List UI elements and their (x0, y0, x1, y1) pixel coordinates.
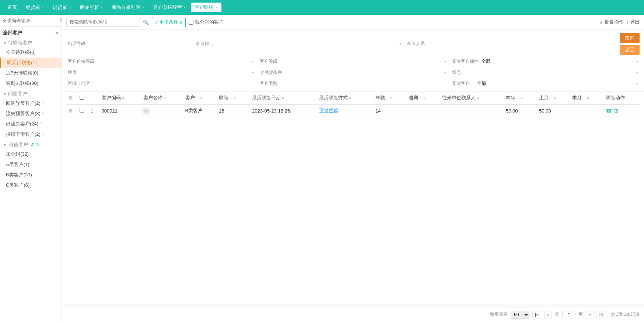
th-last-contact-date: 最后联络日期 ⇅ (250, 92, 316, 104)
nav-product-analysis-list[interactable]: 商品分析列表 × (108, 3, 148, 12)
row-code: 000021 (99, 104, 141, 117)
customers-table: ⚙ 客户编码 ⇅ (66, 92, 640, 117)
sort-icon-name: ⇅ (163, 96, 166, 100)
region-dots-icon[interactable]: ··· (250, 81, 254, 86)
row-checkbox[interactable] (80, 108, 84, 113)
sidebar-item-today-pending[interactable]: 今天待联络(0) (0, 47, 62, 58)
sort-icon-type: ⇅ (199, 96, 202, 100)
th-unit-contact: 往来单位联系人 ⇅ (440, 92, 504, 104)
sidebar-item-ungrouped[interactable]: 未分组(32) (0, 149, 62, 159)
th-check (77, 92, 88, 104)
action-icons: ☎ ⊞ (606, 108, 637, 114)
nav-sales-order[interactable]: 销货单 × (22, 3, 48, 12)
nav-close-purchase-order[interactable]: × (69, 5, 71, 10)
next-page-btn[interactable]: > (586, 311, 594, 318)
sidebar-item-7days-pending[interactable]: 近7天待联络(0) (0, 68, 62, 78)
value-group-refresh-icon[interactable]: ↺ (30, 142, 34, 147)
gear-settings-icon[interactable]: ⚙ (69, 95, 73, 101)
sort-icon-last-method: ⇅ (349, 96, 351, 100)
filter-icon: ▽ (154, 20, 158, 25)
sidebar-item-churned[interactable]: 已流失客户(24) ? (0, 119, 62, 129)
action-phone-icon[interactable]: ☎ (606, 108, 612, 114)
sidebar-search-input[interactable] (3, 18, 58, 23)
retail-customer-dropdown-icon[interactable]: ▾ (636, 82, 638, 86)
last-contact-method-link[interactable]: 下销货单 (319, 108, 338, 113)
nav-close-product-analysis[interactable]: × (101, 5, 103, 10)
row-unit-contact (440, 104, 504, 117)
th-action: 联络动作 (603, 92, 640, 104)
adv-field-manager: 分管人员 ··· (406, 39, 614, 48)
top-navigation: 首页 销货单 × 进货单 × 商品分析 × 商品分析列表 × 客户分层经营 × … (0, 0, 644, 15)
all-customers-header: 全部客户 « (0, 27, 62, 38)
sidebar-item-overdue-no-contact[interactable]: 逾期未联络(30) (0, 78, 62, 89)
more-conditions-btn[interactable]: ▽ 更多条件 ∧ (152, 17, 186, 27)
sidebar-item-class-c[interactable]: C类客户(6) (0, 180, 62, 190)
sidebar-item-declining[interactable]: 持续下滑客户(2) ? (0, 129, 62, 139)
price-level-dropdown-icon[interactable]: ▾ (252, 59, 254, 63)
adv-field-phone: 电话号码 (66, 39, 192, 48)
adv-field-status: 状态 ▾ (451, 68, 640, 77)
retail-attr-dropdown-icon[interactable]: ▾ (636, 59, 638, 63)
settings-button[interactable]: 设置 (620, 45, 640, 55)
adv-field-customer-level: 客户等级 ▾ (258, 57, 447, 66)
prev-page-btn[interactable]: < (544, 311, 552, 318)
page-size-select[interactable]: 50 100 (511, 311, 529, 319)
pagination-bar: 每页显示 50 100 |< < 第 页 > >| 共1页 1条记录 (62, 308, 644, 321)
sidebar-item-class-b[interactable]: B类客户(33) (0, 170, 62, 180)
last-page-btn[interactable]: >| (596, 311, 605, 318)
row-no-contact: 14 (373, 104, 406, 117)
query-button[interactable]: 查询 (620, 33, 640, 43)
pending-group-label: 待联络客户 (0, 38, 62, 47)
nav-customer-layering[interactable]: 客户分层经营 × (150, 3, 189, 12)
phone-input[interactable] (93, 41, 190, 46)
manager-dots-icon[interactable]: ··· (609, 41, 612, 46)
nav-customer-contact[interactable]: 客户联络 × (191, 3, 221, 12)
dept-dropdown-icon[interactable]: ▾ (399, 42, 401, 46)
page-prefix: 第 (555, 311, 559, 318)
sidebar-collapse-icon[interactable]: « (55, 30, 59, 36)
filter-bar: 🔍 ▽ 更多条件 ∧ 我分管的客户 ✓ 批量操作 ↑ 导出 (62, 15, 644, 30)
action-more-icon[interactable]: ⊞ (614, 108, 619, 114)
row-gear-icon[interactable]: ⚙ (66, 104, 77, 117)
payment-terms-dropdown-icon[interactable]: ▾ (444, 70, 446, 75)
export-icon: ↑ (627, 20, 629, 25)
status-dropdown-icon[interactable]: ▾ (636, 70, 638, 75)
gender-dropdown-icon[interactable]: ▾ (252, 70, 254, 75)
first-page-btn[interactable]: |< (532, 311, 541, 318)
nav-close-customer-contact[interactable]: × (215, 5, 217, 10)
filter-search-input[interactable] (66, 18, 140, 27)
my-customers-checkbox-label[interactable]: 我分管的客户 (189, 19, 224, 25)
sidebar-item-tomorrow-pending[interactable]: 明天待联络(1) (0, 58, 62, 68)
page-number-input[interactable] (562, 311, 575, 318)
problem-group-label: 问题客户 (0, 89, 62, 98)
sidebar: 🔍 全部客户 « 待联络客户 今天待联络(0) 明天待联络(1) 近7天待联络(… (0, 15, 62, 321)
nav-product-analysis[interactable]: 商品分析 × (76, 3, 106, 12)
my-customers-checkbox[interactable] (189, 20, 193, 25)
filter-right-actions: ✓ 批量操作 ↑ 导出 (599, 19, 640, 25)
customer-level-dropdown-icon[interactable]: ▾ (444, 59, 446, 63)
adv-field-retail-attr: 零散客户属性 全部 ▾ (451, 57, 640, 66)
export-btn[interactable]: ↑ 导出 (627, 19, 640, 25)
filter-search-icon[interactable]: 🔍 (143, 20, 149, 25)
sidebar-item-abnormal-repurchase[interactable]: 回购异常客户(2) ? (0, 98, 62, 108)
nav-home[interactable]: 首页 (4, 3, 21, 12)
row-this-month (570, 104, 603, 117)
adv-field-customer-type: 客户类型 (258, 79, 447, 88)
nav-close-sales-order[interactable]: × (42, 5, 44, 10)
row-last-contact-method: 下销货单 (317, 104, 373, 117)
select-all-checkbox[interactable] (80, 95, 84, 100)
batch-operation-btn[interactable]: ✓ 批量操作 (599, 19, 624, 25)
sidebar-item-class-a[interactable]: A类客户(1) (0, 159, 62, 170)
check-icon: ✓ (599, 20, 603, 25)
sort-icon-unit-contact: ⇅ (476, 96, 479, 100)
advanced-filter-panel: 电话号码 分管部门 ▾ 分管人员 ··· 查询 设置 (62, 30, 644, 92)
th-overdue: 逾期... ⇅ (406, 92, 440, 104)
sidebar-item-churn-warning[interactable]: 流失预警客户(3) ? (0, 108, 62, 119)
nav-close-product-analysis-list[interactable]: × (142, 5, 144, 10)
nav-close-customer-layering[interactable]: × (183, 5, 186, 10)
adv-field-region: 区域（地区） ··· (66, 79, 255, 88)
value-group-edit-icon[interactable]: ✎ (36, 142, 40, 147)
table-horizontal-scrollbar[interactable] (62, 304, 644, 308)
nav-purchase-order[interactable]: 进货单 × (49, 3, 74, 12)
chevron-up-icon: ∧ (179, 20, 183, 25)
